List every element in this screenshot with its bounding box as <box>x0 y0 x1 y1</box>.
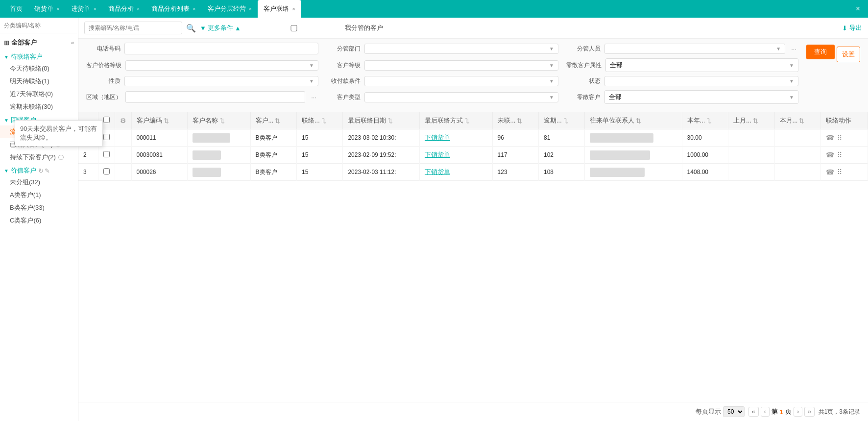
refresh-icon[interactable]: ↻ <box>38 167 44 174</box>
tab-analysis-list-close[interactable]: × <box>193 6 195 12</box>
first-page-btn[interactable]: « <box>748 407 759 417</box>
sidebar-root[interactable]: ⊞ 全部客户 « <box>0 35 78 50</box>
row-checkbox[interactable] <box>103 134 110 140</box>
region-input[interactable] <box>125 91 305 103</box>
more-actions-icon[interactable]: ⠿ <box>837 168 842 176</box>
th-uncontacted[interactable]: 未联... ⇅ <box>492 112 538 129</box>
td-overdue: 108 <box>539 164 585 181</box>
sidebar-item-tomorrow[interactable]: 明天待联络(1) <box>0 75 78 88</box>
sidebar-item-class-c[interactable]: C类客户(6) <box>0 214 78 227</box>
chevron-up-icon: ▲ <box>235 25 241 32</box>
my-customers-checkbox[interactable] <box>245 25 343 31</box>
th-type[interactable]: 客户... ⇅ <box>250 112 296 129</box>
top-nav: 首页 销货单 × 进货单 × 商品分析 × 商品分析列表 × 客户分层经营 × … <box>0 0 868 18</box>
more-actions-icon[interactable]: ⠿ <box>837 134 842 142</box>
edit-icon[interactable]: ✎ <box>45 167 50 174</box>
th-contact[interactable]: 联络... ⇅ <box>296 112 342 129</box>
manager-more-btn[interactable]: ··· <box>789 45 798 52</box>
export-btn[interactable]: ⬇ 导出 <box>842 24 862 32</box>
sidebar-item-overdue[interactable]: 逾期未联络(30) <box>0 100 78 113</box>
tab-analysis-close[interactable]: × <box>137 6 140 12</box>
th-unit-contact[interactable]: 往来单位联系人 ⇅ <box>585 112 682 129</box>
total-records: 共1页，3条记录 <box>819 408 860 416</box>
sidebar-search-input[interactable] <box>4 22 77 29</box>
sidebar-item-today[interactable]: 今天待联络(0) <box>0 62 78 75</box>
tab-customer-contact-close[interactable]: × <box>292 6 295 12</box>
td-checkbox[interactable] <box>98 164 115 181</box>
row-checkbox[interactable] <box>103 168 110 174</box>
contact-icon[interactable]: ☎ <box>826 168 834 176</box>
td-name: ██ <box>187 147 250 164</box>
tab-analysis-list[interactable]: 商品分析列表 × <box>145 0 201 18</box>
th-last-way[interactable]: 最后联络方式 ⇅ <box>419 112 492 129</box>
td-checkbox[interactable] <box>98 147 115 164</box>
nature-select[interactable]: ▼ <box>124 76 318 86</box>
next-page-btn[interactable]: › <box>794 407 802 417</box>
td-settings-cell <box>115 164 131 181</box>
close-all-tabs[interactable]: × <box>852 4 864 13</box>
collapse-icon[interactable]: « <box>71 40 74 46</box>
search-input[interactable] <box>84 22 182 34</box>
sidebar-search-bar[interactable]: 🔍 <box>0 18 78 33</box>
more-conditions-btn[interactable]: ▼ 更多条件 ▲ <box>200 24 241 32</box>
price-grade-select[interactable]: ▼ <box>125 60 318 71</box>
more-actions-icon[interactable]: ⠿ <box>837 151 842 159</box>
last-page-btn[interactable]: » <box>804 407 815 417</box>
contact-icon[interactable]: ☎ <box>826 134 834 142</box>
tab-purchase[interactable]: 进货单 × <box>65 0 102 18</box>
cust-grade-select[interactable]: ▼ <box>364 60 558 71</box>
status-select[interactable]: ▼ <box>604 76 798 86</box>
tab-customer-contact[interactable]: 客户联络 × <box>258 0 301 18</box>
phone-input[interactable] <box>124 43 318 54</box>
sidebar-item-class-b[interactable]: B类客户(33) <box>0 201 78 214</box>
sidebar-item-7days[interactable]: 近7天待联络(0) <box>0 88 78 100</box>
tab-sales-close[interactable]: × <box>56 6 59 12</box>
tab-sales[interactable]: 销货单 × <box>28 0 65 18</box>
table-settings-icon[interactable]: ⚙ <box>120 117 126 124</box>
search-button[interactable]: 🔍 <box>186 24 196 33</box>
tab-home[interactable]: 首页 <box>4 0 28 18</box>
dept-select[interactable]: ▼ <box>364 44 558 54</box>
sidebar-item-ungrouped[interactable]: 未分组(32) <box>0 176 78 189</box>
settings-button[interactable]: 设置 <box>837 47 860 62</box>
payment-select[interactable]: ▼ <box>364 76 558 86</box>
cust-type-select[interactable]: ▼ <box>364 92 558 102</box>
pagination: 每页显示 50 « ‹ 第 1 页 › » 共1页，3条记录 <box>78 402 868 421</box>
td-overdue: 102 <box>539 147 585 164</box>
sidebar-group-value[interactable]: ▼ 价值客户 ↻ ✎ <box>0 164 78 176</box>
th-name[interactable]: 客户名称 ⇅ <box>187 112 250 129</box>
sidebar-root-label: 全部客户 <box>11 38 37 47</box>
contact-way-link[interactable]: 下销货单 <box>425 168 450 175</box>
row-checkbox[interactable] <box>103 151 110 157</box>
retail-attr-select[interactable]: 全部 ▼ <box>605 58 798 72</box>
sidebar-item-declining[interactable]: 持续下滑客户(2) ⓘ <box>0 151 78 164</box>
contact-way-link[interactable]: 下销货单 <box>425 134 450 141</box>
sidebar-group-pending[interactable]: ▼ 待联络客户 <box>0 50 78 62</box>
select-all-checkbox[interactable] <box>103 117 110 123</box>
my-customers-checkbox-label[interactable]: 我分管的客户 <box>245 24 383 32</box>
retail-select[interactable]: 全部 ▼ <box>604 90 798 104</box>
tab-customer-tier[interactable]: 客户分层经营 × <box>202 0 258 18</box>
th-code[interactable]: 客户编码 ⇅ <box>131 112 187 129</box>
prev-page-btn[interactable]: ‹ <box>761 407 770 417</box>
td-code: 00030031 <box>131 147 187 164</box>
th-this-month[interactable]: 本月... ⇅ <box>774 112 820 129</box>
contact-way-link[interactable]: 下销货单 <box>425 151 450 158</box>
per-page-select[interactable]: 50 <box>723 406 745 417</box>
region-more-btn[interactable]: ··· <box>309 94 318 101</box>
contact-icon[interactable]: ☎ <box>826 151 834 159</box>
tab-analysis[interactable]: 商品分析 × <box>102 0 145 18</box>
th-last-month[interactable]: 上月... ⇅ <box>728 112 774 129</box>
tab-customer-tier-close[interactable]: × <box>249 6 252 12</box>
sidebar-item-class-a[interactable]: A类客户(1) <box>0 189 78 201</box>
manager-select[interactable]: ▼ <box>604 44 785 54</box>
tab-purchase-close[interactable]: × <box>93 6 96 12</box>
th-this-year[interactable]: 本年... ⇅ <box>682 112 728 129</box>
phone-label: 电话号码 <box>86 45 121 53</box>
td-last-date: 2023-02-03 11:12: <box>343 164 420 181</box>
nature-label: 性质 <box>86 77 121 85</box>
th-last-date[interactable]: 最后联络日期 ⇅ <box>343 112 420 129</box>
th-overdue[interactable]: 逾期... ⇅ <box>539 112 585 129</box>
table-row: 2 00030031 ██ B类客户 15 2023-02-09 19:52: … <box>78 147 868 164</box>
query-button[interactable]: 查询 <box>806 45 835 59</box>
